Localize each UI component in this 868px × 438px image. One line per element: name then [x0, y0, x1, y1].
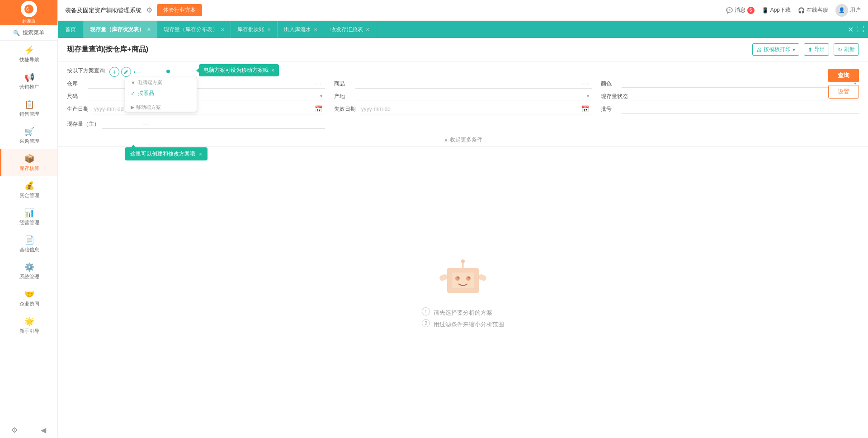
sidebar-item-guide[interactable]: 🌟 新手引导	[0, 312, 57, 339]
collapse-sidebar-btn[interactable]: ◀	[41, 426, 46, 434]
filter-field-color: 颜色 ▾	[601, 79, 859, 89]
sidebar-item-sales[interactable]: 📋 销售管理	[0, 95, 57, 122]
svg-text:6: 6	[26, 7, 29, 12]
mobile-icon: 📱	[762, 7, 769, 14]
add-schema-tooltip: 电脑方案可设为移动方案哦 ×	[199, 64, 279, 76]
trial-btn[interactable]: 体验行业方案	[157, 4, 202, 16]
tab-inventory-status-close[interactable]: ✕	[147, 27, 151, 32]
add-tooltip-close-btn[interactable]: ×	[271, 67, 274, 74]
topbar-left: 装备及固定资产辅助管理系统 ⚙ 体验行业方案	[65, 4, 202, 16]
schema-mobile-section[interactable]: ▶ 移动端方案	[125, 102, 197, 112]
expiry-date-input[interactable]: yyyy-mm-dd 📅	[359, 104, 592, 114]
tab-inventory-dist[interactable]: 现存量（库存分布表） ✕	[157, 21, 231, 38]
export-label: 导出	[814, 46, 825, 53]
app-logo: 6 标准版	[0, 0, 57, 25]
inventory-icon: 📦	[24, 154, 34, 164]
modify-tooltip-close-btn[interactable]: ×	[199, 151, 202, 157]
content-area: 现存量查询(按仓库+商品) 🖨 按模板打印 ▾ ⬆ 导出 ↻ 刷新	[58, 38, 868, 438]
user-label: 用户	[850, 6, 861, 14]
tab-summary[interactable]: 收发存汇总表 ✕	[324, 21, 376, 38]
color-select[interactable]: ▾	[622, 80, 859, 88]
schema-desktop-label: 电脑端方案	[137, 79, 162, 86]
logo-icon: 6	[21, 1, 37, 17]
filter-field-origin: 产地 ▾	[334, 92, 592, 100]
filter-schema-row: 按以下方案查询 + ⟵ ▼ 电脑端方案 ✓ 按照品	[67, 67, 859, 77]
sidebar-search[interactable]: 🔍 搜索菜单	[0, 25, 57, 41]
app-version-label: 标准版	[22, 18, 36, 24]
settings-bottom-btn[interactable]: ⚙	[11, 426, 18, 434]
notifications-btn[interactable]: 💬 消息 6	[726, 6, 755, 14]
tab-inventory-status-label: 现存量（库存状况表）	[90, 26, 144, 33]
tab-inventory-status[interactable]: 现存量（库存状况表） ✕	[84, 21, 157, 38]
sidebar-item-label: 经营管理	[19, 219, 39, 226]
warehouse-field-label: 仓库	[67, 80, 85, 88]
sidebar-item-quick-nav[interactable]: ⚡ 快捷导航	[0, 41, 57, 68]
origin-select[interactable]: ▾	[355, 92, 592, 100]
modify-tooltip-text: 这里可以创建和修改方案哦	[130, 150, 195, 158]
sidebar-item-purchase[interactable]: 🛒 采购管理	[0, 122, 57, 149]
filter-field-expiry-date: 失效日期 yyyy-mm-dd 📅	[334, 104, 592, 114]
avatar: 👤	[835, 4, 848, 17]
stock-status-select[interactable]: ▾	[631, 92, 859, 100]
tab-home[interactable]: 首页	[58, 21, 84, 38]
reset-btn[interactable]: 设置	[828, 85, 859, 99]
batch-input[interactable]	[622, 104, 859, 114]
schema-add-btn[interactable]: +	[109, 67, 119, 77]
schema-dropdown: ▼ 电脑端方案 ✓ 按照品 ▶ 移动端方案	[125, 77, 197, 112]
empty-state: 1 请先选择要分析的方案 2 用过滤条件来缩小分析范围	[58, 147, 868, 438]
sidebar-item-label: 库存核算	[19, 165, 39, 172]
color-field-label: 颜色	[601, 80, 619, 88]
step-1-text: 请先选择要分析的方案	[434, 307, 492, 319]
schema-desktop-section[interactable]: ▼ 电脑端方案	[125, 77, 197, 87]
origin-field-label: 产地	[334, 93, 352, 100]
sidebar-item-basic-info[interactable]: 📄 基础信息	[0, 231, 57, 258]
schema-controls: + ⟵	[109, 67, 143, 77]
topbar-settings-icon[interactable]: ⚙	[146, 6, 152, 14]
online-support-btn[interactable]: 🎧 在线客服	[798, 6, 828, 14]
filter-area: 按以下方案查询 + ⟵ ▼ 电脑端方案 ✓ 按照品	[58, 61, 868, 147]
sidebar-item-operations[interactable]: 📊 经营管理	[0, 203, 57, 231]
sidebar-item-system[interactable]: ⚙️ 系统管理	[0, 258, 57, 285]
stock-min-input[interactable]	[105, 121, 141, 127]
purchase-icon: 🛒	[24, 127, 34, 137]
filter-section-label: 按以下方案查询	[67, 67, 105, 75]
sidebar-item-inventory[interactable]: 📦 库存核算	[0, 149, 57, 176]
app-download-btn[interactable]: 📱 App下载	[762, 6, 791, 14]
tab-maximize-btn[interactable]: ⛶	[857, 25, 864, 33]
query-btn[interactable]: 查询	[828, 69, 859, 82]
sidebar-item-enterprise[interactable]: 🤝 企业协同	[0, 285, 57, 312]
sidebar-item-label: 资金管理	[19, 192, 39, 199]
user-menu-btn[interactable]: 👤 用户	[835, 4, 861, 17]
schema-item-by-product[interactable]: ✓ 按照品	[125, 87, 197, 100]
tab-batch-ledger[interactable]: 库存批次账 ✕	[231, 21, 278, 38]
size-select[interactable]: ▾	[88, 92, 325, 100]
sidebar-item-finance[interactable]: 💰 资金管理	[0, 176, 57, 203]
tab-inventory-dist-label: 现存量（库存分布表）	[164, 26, 218, 33]
system-name: 装备及固定资产辅助管理系统	[65, 6, 142, 14]
tab-summary-close[interactable]: ✕	[366, 27, 369, 32]
check-icon: ✓	[131, 90, 135, 97]
print-template-btn[interactable]: 🖨 按模板打印 ▾	[752, 43, 799, 56]
tab-close-all-btn[interactable]: ✕	[848, 25, 854, 34]
stock-max-input[interactable]	[151, 121, 187, 127]
empty-illustration	[436, 254, 490, 300]
collapse-btn[interactable]: ∧ 收起更多条件	[444, 136, 482, 144]
schema-edit-btn[interactable]	[121, 67, 131, 77]
sidebar-item-marketing[interactable]: 📢 营销推广	[0, 68, 57, 95]
tab-batch-ledger-close[interactable]: ✕	[267, 27, 271, 32]
warehouse-field-input[interactable]: ···	[88, 79, 325, 89]
export-btn[interactable]: ⬆ 导出	[804, 43, 829, 56]
schema-back-btn[interactable]: ⟵	[133, 67, 143, 77]
guide-icon: 🌟	[24, 316, 34, 326]
filter-field-product: 商品 ···	[334, 79, 592, 89]
product-field-input[interactable]: ···	[355, 79, 592, 89]
topbar: 装备及固定资产辅助管理系统 ⚙ 体验行业方案 💬 消息 6 📱 App下载 🎧 …	[58, 0, 868, 21]
tab-inout-flow-close[interactable]: ✕	[314, 27, 317, 32]
avatar-icon: 👤	[839, 7, 845, 13]
modify-tooltip-container: 这里可以创建和修改方案哦 ×	[125, 147, 208, 160]
tab-inventory-dist-close[interactable]: ✕	[221, 27, 224, 32]
origin-arrow-icon: ▾	[587, 94, 589, 99]
refresh-btn[interactable]: ↻ 刷新	[834, 43, 859, 56]
tab-inout-flow[interactable]: 出入库流水 ✕	[278, 21, 324, 38]
expiry-date-placeholder: yyyy-mm-dd	[361, 106, 582, 112]
